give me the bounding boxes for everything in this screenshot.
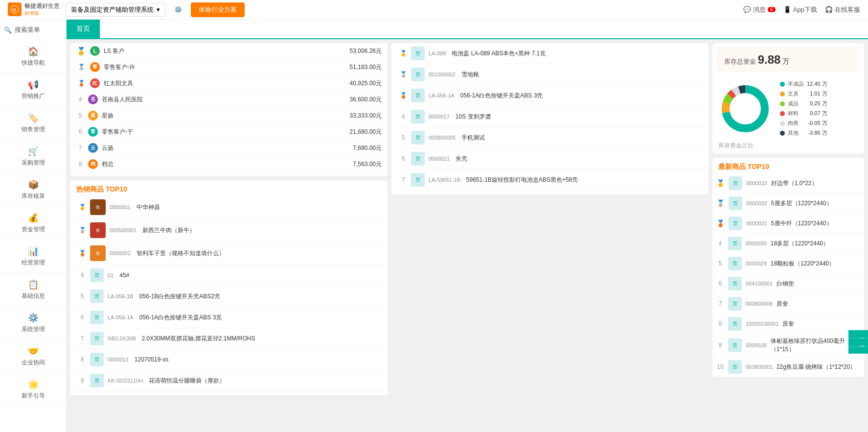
- trial-button[interactable]: 体验行业方案: [191, 2, 245, 17]
- sidebar-label-7: 基础信息: [22, 292, 45, 300]
- sp-name-3: 056-1A白色按键开关盖ABS 3壳: [460, 92, 543, 100]
- system-icon: ⚙️: [28, 312, 39, 323]
- sp-placeholder-2: 货: [411, 68, 425, 81]
- logo-area: 财 畅捷通好生意 标准版: [8, 2, 60, 16]
- sp-rank-4: 4: [399, 113, 407, 120]
- app-download-button[interactable]: 📱 App下载: [783, 5, 817, 14]
- legend-value-4: -0.05 万: [808, 120, 827, 127]
- product-name-1: 中华神器: [137, 203, 160, 212]
- table-row: 4 苍 苍南县人民医院 36,600.00元: [74, 92, 384, 108]
- sp-placeholder-3: 货: [411, 89, 425, 102]
- product-name-3: 智利车子里（规格不知道填什么）: [137, 249, 225, 258]
- new-products-title: 最新商品 TOP10: [712, 158, 864, 173]
- operations-icon: 📊: [28, 246, 39, 257]
- new-p-code-5: 0000029: [746, 261, 767, 266]
- product-code-3: 0000002: [110, 250, 131, 256]
- sp-code-4: 0000017: [429, 114, 450, 120]
- customer-name-1: LS 客户: [104, 47, 346, 55]
- customer-name-6: 零售客户-于: [102, 128, 346, 136]
- system-selector[interactable]: 装备及固定资产辅助管理系统 ▾: [66, 3, 165, 17]
- table-row: 🥉 红 红太阳文具 40,925.00元: [74, 75, 384, 92]
- legend-value-0: 12.45 万: [807, 80, 827, 88]
- notification-button[interactable]: 💬 消息 6: [743, 5, 776, 14]
- sidebar-item-marketing[interactable]: 📢 营销推广: [0, 73, 66, 107]
- list-item: 🥉 货 LA-056-1A 056-1A白色按键开关盖ABS 3壳: [395, 85, 705, 106]
- tab-home[interactable]: 首页: [67, 20, 100, 38]
- sidebar-item-operations[interactable]: 📊 经营管理: [0, 240, 66, 273]
- customer-name-5: 星扬: [102, 112, 346, 120]
- new-p-code-10: 003800001: [746, 364, 773, 370]
- inventory-card: 库存总资金 9.88 万: [712, 43, 864, 154]
- table-row: 🥈 零 零售客户-许 51,183.00元: [74, 59, 384, 75]
- new-p-name-7: 原奎: [777, 300, 788, 308]
- list-item: 5 货 000800005 手机测试: [395, 127, 705, 148]
- search-menu-label: 搜索菜单: [15, 25, 40, 34]
- logo-icon: 财: [8, 2, 22, 16]
- content-area: 首页 🥇 L LS 客户 53,006.26元: [67, 20, 868, 432]
- sidebar-item-basics[interactable]: 📋 基础信息: [0, 273, 66, 307]
- product-code-5: LA-056-1B: [108, 293, 134, 299]
- chevron-down-icon: ▾: [157, 6, 160, 13]
- new-p-code-8: 10000100001: [746, 321, 778, 327]
- product-code-1: 0000001: [110, 204, 131, 210]
- headset-icon: 🎧: [825, 6, 833, 13]
- donut-chart-area: 半成品 12.45 万 文具 1.01 万 成品 0: [712, 76, 864, 141]
- new-p-name-3: 5厘中纤（1220*2440）: [771, 219, 832, 228]
- sp-code-3: LA-056-1A: [429, 93, 455, 98]
- customer-badge-1: L: [90, 46, 100, 56]
- new-rank-9: 9: [716, 342, 724, 349]
- product-name-9: 花语萌恒温分腿睡袋（厚款）: [149, 377, 225, 385]
- float-live[interactable]: 直播: [848, 347, 868, 354]
- legend-label-0: 半成品: [788, 80, 804, 88]
- sidebar-item-guide[interactable]: 🌟 新手引导: [0, 373, 66, 407]
- sp-rank-7: 7: [399, 176, 407, 183]
- new-p-name-9: 体彬嘉枚味苏打饮品400毫升（1*15）: [771, 337, 860, 354]
- rank-num-p9: 9: [78, 377, 86, 384]
- list-item: 🥉 货 0000031 5厘中纤（1220*2440）: [712, 214, 864, 234]
- sp-rank-1: 🥇: [399, 50, 407, 57]
- sidebar-item-quick-nav[interactable]: 🏠 快捷导航: [0, 40, 66, 73]
- sidebar-item-system[interactable]: ⚙️ 系统管理: [0, 307, 66, 340]
- phone-icon: 📱: [783, 6, 791, 13]
- sidebar-item-sales[interactable]: 🏷️ 销售管理: [0, 107, 66, 140]
- legend-dot-3: [780, 111, 785, 116]
- settings-button[interactable]: ⚙️: [171, 3, 185, 17]
- product-code-9: KK-SD22110H: [108, 378, 143, 384]
- home-icon: 🏠: [28, 46, 39, 57]
- app-download-label: App下载: [793, 5, 817, 14]
- new-p-name-8: 原奎: [782, 320, 794, 328]
- sp-placeholder-1: 货: [411, 47, 425, 60]
- customer-amount-5: 33,333.00元: [350, 112, 382, 120]
- online-service-button[interactable]: 🎧 在线客服: [825, 5, 860, 14]
- sp-name-7: 59651-1B旋转投影灯电池盒ABS黑色+58壳: [466, 176, 578, 184]
- sidebar-item-finance[interactable]: 💰 资金管理: [0, 207, 66, 240]
- new-p-name-4: 18多层（1220*2440）: [771, 240, 829, 248]
- list-item: 4 货 0000030 18多层（1220*2440）: [712, 234, 864, 254]
- float-customer-service[interactable]: 客服热线: [848, 330, 868, 338]
- sp-name-6: 夹壳: [456, 155, 467, 163]
- customer-name-7: 云扬: [102, 144, 349, 152]
- basics-icon: 📋: [28, 279, 39, 290]
- new-products-card: 最新商品 TOP10 🥇 货 0000033 封边带（1.0*22）: [712, 158, 864, 377]
- list-item: 6 货 004100001 白钢垫: [712, 274, 864, 294]
- sp-code-6: 0000021: [429, 156, 450, 162]
- product-thumb-1: 图: [90, 199, 106, 215]
- search-menu-item[interactable]: 🔍 搜索菜单: [0, 20, 66, 40]
- list-item: 7 货 NB2.0X30B 2.0X30MM双摆花轴,摆花直径2.1MM/ROH…: [74, 328, 384, 349]
- customer-badge-5: 星: [88, 111, 98, 120]
- rank-num-6: 6: [76, 128, 84, 135]
- product-name-5: 056-1B白色按键开关壳ABS2壳: [139, 292, 220, 301]
- sidebar-item-purchase[interactable]: 🛒 采购管理: [0, 140, 66, 173]
- float-community[interactable]: 服务社区: [848, 338, 868, 347]
- legend-dot-5: [780, 131, 785, 136]
- product-placeholder-5: 货: [90, 289, 104, 303]
- product-placeholder-7: 货: [90, 332, 104, 345]
- product-placeholder-4: 货: [90, 268, 104, 282]
- customer-badge-6: 零: [88, 127, 98, 137]
- customer-badge-7: 云: [88, 143, 98, 153]
- hot-products-card: 热销商品 TOP10 🥇 图 0000001 中华神器: [70, 180, 388, 395]
- sidebar-item-inventory[interactable]: 📦 库存核算: [0, 173, 66, 207]
- sidebar-item-collab[interactable]: 🤝 企业协同: [0, 340, 66, 373]
- sidebar: 🔍 搜索菜单 🏠 快捷导航 📢 营销推广 🏷️ 销售管理 🛒 采购管理 📦 库存…: [0, 20, 67, 432]
- finance-icon: 💰: [28, 213, 39, 223]
